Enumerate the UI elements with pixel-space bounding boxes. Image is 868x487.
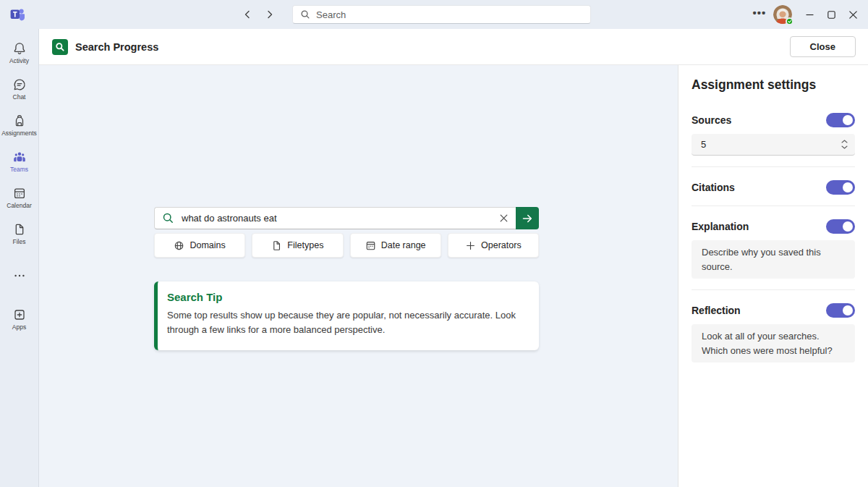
app-header: Search Progress Close — [39, 29, 868, 65]
plus-icon — [465, 240, 476, 251]
ellipsis-icon — [12, 268, 27, 283]
citations-row: Citations — [692, 180, 855, 195]
clear-search-button[interactable] — [498, 212, 510, 224]
filter-label: Operators — [481, 240, 522, 250]
explanation-row: Explanation — [692, 219, 855, 234]
sources-row: Sources — [692, 113, 855, 127]
rail-item-teams[interactable]: Teams — [0, 143, 39, 179]
search-canvas: Domains Filetypes Date range — [39, 65, 678, 487]
filter-label: Date range — [381, 240, 426, 250]
rail-item-label: Activity — [9, 57, 29, 64]
filter-filetypes-button[interactable]: Filetypes — [252, 233, 343, 258]
filter-domains-button[interactable]: Domains — [154, 233, 245, 258]
chat-icon — [12, 77, 27, 92]
rail-item-label: Teams — [10, 166, 28, 173]
rail-item-label: Chat — [13, 93, 26, 101]
explanation-note: Describe why you saved this source. — [692, 240, 855, 279]
sources-label: Sources — [692, 114, 731, 126]
nav-back-button[interactable] — [239, 6, 256, 23]
sources-count-stepper[interactable]: 5 — [692, 134, 855, 156]
rail-item-more[interactable] — [0, 262, 39, 291]
filter-label: Domains — [190, 240, 225, 250]
rail-item-label: Files — [13, 238, 26, 245]
submit-search-button[interactable] — [516, 207, 539, 229]
search-tip-card: Search Tip Some top results show up beca… — [154, 281, 539, 350]
file-icon — [12, 222, 27, 237]
citations-toggle[interactable] — [826, 180, 855, 195]
available-status-icon — [786, 17, 793, 25]
app-rail: Activity Chat Assignments Teams Calendar… — [0, 29, 39, 487]
explanation-toggle[interactable] — [826, 219, 855, 234]
minimize-button[interactable] — [799, 4, 820, 25]
filter-date-range-button[interactable]: Date range — [350, 233, 441, 258]
rail-item-label: Calendar — [7, 202, 32, 209]
rail-item-files[interactable]: Files — [0, 216, 39, 252]
backpack-icon — [12, 114, 27, 128]
global-search-box[interactable]: Search — [292, 5, 591, 24]
divider — [692, 166, 855, 167]
toggle-knob — [843, 221, 853, 232]
filter-label: Filetypes — [287, 240, 323, 250]
close-icon — [499, 213, 509, 223]
calendar-icon — [365, 240, 376, 251]
bell-icon — [12, 41, 27, 56]
reflection-label: Reflection — [692, 305, 741, 316]
nav-forward-button[interactable] — [261, 6, 278, 23]
stepper-controls[interactable] — [840, 138, 849, 151]
search-tip-body: Some top results show up because they ar… — [167, 308, 527, 337]
search-tip-title: Search Tip — [167, 291, 527, 303]
document-icon — [271, 240, 282, 251]
rail-item-label: Apps — [12, 323, 26, 331]
teams-people-icon — [12, 150, 27, 164]
search-progress-app-icon — [52, 39, 68, 55]
title-bar: Search ••• — [0, 0, 868, 29]
reflection-row: Reflection — [692, 303, 855, 318]
toggle-knob — [843, 305, 853, 316]
avatar[interactable] — [773, 5, 792, 24]
divider — [692, 206, 855, 206]
citations-label: Citations — [692, 182, 735, 193]
settings-title: Assignment settings — [692, 77, 855, 93]
reflection-toggle[interactable] — [826, 303, 855, 318]
chevron-up-icon — [841, 140, 848, 143]
arrow-right-icon — [521, 212, 534, 225]
rail-item-apps[interactable]: Apps — [0, 301, 39, 337]
rail-item-calendar[interactable]: Calendar — [0, 179, 39, 216]
search-input-wrapper — [154, 207, 516, 229]
assignment-settings-panel: Assignment settings Sources 5 — [678, 65, 868, 487]
global-search-placeholder: Search — [316, 9, 346, 20]
explanation-label: Explanation — [692, 221, 749, 232]
toggle-knob — [843, 182, 853, 192]
chevron-down-icon — [841, 145, 848, 149]
toggle-knob — [843, 115, 853, 125]
rail-item-activity[interactable]: Activity — [0, 35, 39, 71]
search-icon — [162, 212, 174, 224]
globe-icon — [174, 240, 184, 251]
sources-toggle[interactable] — [826, 113, 855, 127]
search-icon — [300, 9, 310, 20]
reflection-note: Look at all of your searches. Which ones… — [692, 324, 855, 363]
rail-item-chat[interactable]: Chat — [0, 71, 39, 107]
sources-count-value: 5 — [701, 139, 840, 150]
maximize-button[interactable] — [820, 4, 842, 25]
close-app-button[interactable]: Close — [790, 36, 856, 57]
more-options-button[interactable]: ••• — [749, 4, 770, 25]
title-bar-controls: ••• — [749, 0, 864, 29]
search-filters: Domains Filetypes Date range — [154, 233, 539, 258]
search-query-input[interactable] — [182, 213, 490, 224]
close-window-button[interactable] — [842, 4, 864, 25]
page-title: Search Progress — [75, 41, 158, 53]
ellipsis-icon: ••• — [753, 7, 767, 23]
divider — [692, 289, 855, 290]
title-bar-center: Search — [239, 0, 591, 29]
filter-operators-button[interactable]: Operators — [448, 233, 539, 258]
calendar-icon — [12, 186, 27, 200]
teams-window: Search ••• — [0, 0, 868, 487]
rail-item-label: Assignments — [1, 130, 37, 137]
rail-item-assignments[interactable]: Assignments — [0, 107, 39, 143]
apps-plus-icon — [12, 308, 27, 322]
teams-logo-icon — [9, 7, 25, 22]
